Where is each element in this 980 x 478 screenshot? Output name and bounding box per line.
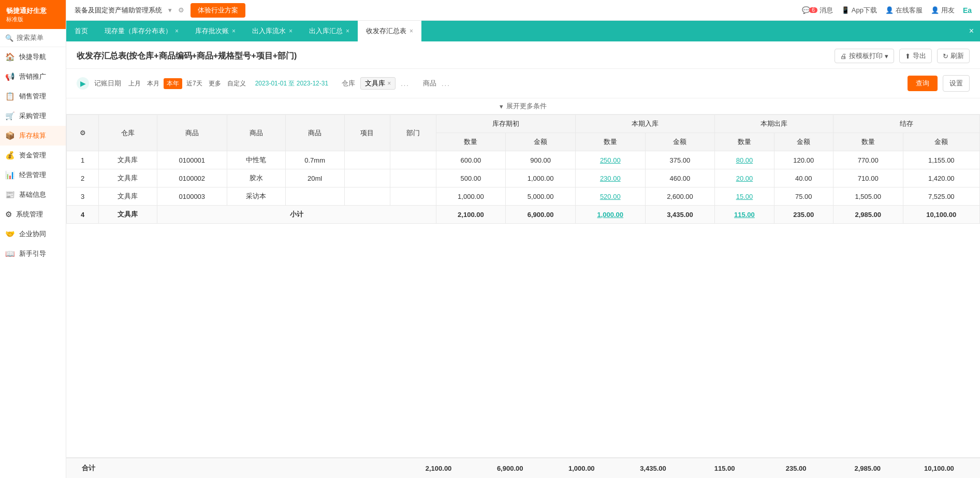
- refresh-label: 刷新: [950, 51, 964, 61]
- trial-button[interactable]: 体验行业方案: [191, 3, 245, 18]
- total-opening-qty: 2,100.00: [403, 465, 474, 472]
- row-closing-amt: 7,525.00: [903, 187, 979, 206]
- sidebar-item-inventory[interactable]: 📦 库存核算: [0, 126, 66, 146]
- warehouse-tag-close[interactable]: ×: [387, 80, 391, 87]
- date-prev-month-btn[interactable]: 上月: [126, 78, 143, 89]
- row-in-qty[interactable]: 250.00: [575, 151, 645, 169]
- row-in-qty[interactable]: 230.00: [575, 169, 645, 187]
- warehouse-tag: 文具库 ×: [360, 77, 396, 90]
- user-label: 用友: [941, 6, 955, 15]
- row-out-qty[interactable]: 20.00: [715, 169, 774, 187]
- sidebar-item-system[interactable]: ⚙ 系统管理: [0, 205, 66, 224]
- warehouse-more[interactable]: ...: [401, 80, 409, 88]
- user-group[interactable]: 👤 用友: [931, 6, 955, 15]
- print-button[interactable]: 🖨 按模板打印 ▾: [835, 49, 894, 63]
- service-icon: 👤: [885, 6, 894, 14]
- tab-close-icon[interactable]: ×: [409, 27, 413, 35]
- export-label: 导出: [913, 51, 926, 61]
- tab-close-icon[interactable]: ×: [346, 27, 349, 35]
- goods-more[interactable]: ...: [442, 80, 450, 88]
- expand-more-bar[interactable]: ▾ 展开更多条件: [66, 98, 980, 114]
- tab-in-out-flow[interactable]: 出入库流水 ×: [244, 21, 301, 41]
- tab-in-out-summary[interactable]: 出入库汇总 ×: [301, 21, 358, 41]
- date-custom-btn[interactable]: 自定义: [225, 78, 248, 89]
- subtotal-label: 小计: [157, 206, 436, 224]
- closing-group-header: 结存: [833, 115, 979, 133]
- data-table: ⚙ 仓库 商品 商品 商品 项目 部门 库存期初 本期入库 本期出库 结存 数量: [66, 114, 980, 224]
- sidebar-item-sales[interactable]: 📋 销售管理: [0, 86, 66, 106]
- print-icon: 🖨: [840, 52, 847, 60]
- sidebar-item-label: 基础信息: [19, 190, 46, 199]
- app-subtitle: 标准版: [6, 16, 60, 23]
- sidebar-item-enterprise[interactable]: 🤝 企业协同: [0, 224, 66, 244]
- messages-label: 消息: [820, 6, 833, 15]
- tab-close-icon[interactable]: ×: [175, 27, 179, 35]
- query-button[interactable]: 查询: [908, 76, 938, 91]
- tab-receive-summary[interactable]: 收发存汇总表 ×: [358, 21, 421, 41]
- opening-group-header: 库存期初: [436, 115, 575, 133]
- row-out-qty[interactable]: 15.00: [715, 187, 774, 206]
- dropdown-icon[interactable]: ▾: [168, 6, 172, 14]
- out-group-header: 本期出库: [715, 115, 833, 133]
- total-opening-amt: 6,900.00: [474, 465, 546, 472]
- row-closing-qty: 710.00: [833, 169, 903, 187]
- row-dept: [390, 169, 436, 187]
- tab-home[interactable]: 首页: [66, 21, 96, 41]
- purchase-icon: 🛒: [5, 111, 15, 121]
- subtotal-closing-amt: 10,100.00: [903, 206, 979, 224]
- date-this-month-btn[interactable]: 本月: [145, 78, 162, 89]
- messages-group[interactable]: 💬 6 消息: [802, 6, 833, 15]
- date-more-btn[interactable]: 更多: [207, 78, 223, 89]
- row-warehouse: 文具库: [99, 151, 157, 169]
- tab-bar-close[interactable]: ×: [963, 26, 980, 36]
- filter-expand-button[interactable]: ▶: [77, 77, 89, 90]
- filter-bar: ▶ 记账日期 上月 本月 本年 近7天 更多 自定义 2023-01-01 至 …: [66, 69, 980, 98]
- out-amt-header: 金额: [774, 133, 833, 151]
- app-download-group[interactable]: 📱 App下载: [841, 6, 877, 15]
- sidebar-item-purchase[interactable]: 🛒 采购管理: [0, 106, 66, 126]
- in-group-header: 本期入库: [575, 115, 714, 133]
- user-icon: 👤: [931, 6, 939, 14]
- row-spec: 0.7mm: [285, 151, 344, 169]
- sidebar-item-operations[interactable]: 📊 经营管理: [0, 165, 66, 185]
- system-icon: ⚙: [5, 210, 12, 219]
- in-amt-header: 金额: [645, 133, 715, 151]
- sidebar-item-label: 营销推广: [19, 72, 46, 81]
- date-7days-btn[interactable]: 近7天: [184, 78, 204, 89]
- tab-label: 出入库流水: [252, 26, 286, 36]
- sidebar-item-label: 新手引导: [19, 249, 46, 258]
- row-goods: 采访本: [227, 187, 285, 206]
- settings-filter-button[interactable]: 设置: [943, 75, 970, 92]
- tab-inventory-dist[interactable]: 现存量（库存分布表） ×: [96, 21, 187, 41]
- settings-col-header[interactable]: ⚙: [67, 115, 99, 151]
- sidebar-item-label: 企业协同: [19, 229, 46, 239]
- messages-badge: 6: [809, 7, 817, 13]
- sidebar-item-finance[interactable]: 💰 资金管理: [0, 146, 66, 165]
- sidebar-item-quick-nav[interactable]: 🏠 快捷导航: [0, 47, 66, 67]
- gear-settings-icon[interactable]: ⚙: [178, 6, 184, 14]
- closing-amt-header: 金额: [903, 133, 979, 151]
- subtotal-out-qty[interactable]: 115.00: [715, 206, 774, 224]
- sidebar-item-search[interactable]: 🔍 搜索菜单: [0, 29, 66, 47]
- row-out-qty[interactable]: 80.00: [715, 151, 774, 169]
- tab-batch-ledger[interactable]: 库存批次账 ×: [187, 21, 244, 41]
- row-in-qty[interactable]: 520.00: [575, 187, 645, 206]
- download-icon: 📱: [841, 6, 850, 14]
- tab-close-icon[interactable]: ×: [232, 27, 236, 35]
- row-project: [344, 169, 390, 187]
- settings-icon: ⚙: [80, 129, 86, 137]
- date-this-year-btn[interactable]: 本年: [164, 78, 182, 89]
- online-service-group[interactable]: 👤 在线客服: [885, 6, 923, 15]
- sidebar-item-marketing[interactable]: 📢 营销推广: [0, 67, 66, 86]
- refresh-button[interactable]: ↻ 刷新: [937, 49, 970, 63]
- top-header-right: 💬 6 消息 📱 App下载 👤 在线客服 👤 用友 Ea: [802, 6, 972, 15]
- subtotal-in-qty[interactable]: 1,000.00: [575, 206, 645, 224]
- sidebar-item-basic[interactable]: 📰 基础信息: [0, 185, 66, 205]
- subtotal-out-amt: 235.00: [774, 206, 833, 224]
- total-in-qty: 1,000.00: [546, 465, 617, 472]
- row-in-amt: 375.00: [645, 151, 715, 169]
- sidebar-item-guide[interactable]: 📖 新手引导: [0, 244, 66, 264]
- page-title: 收发存汇总表(按仓库+商品编码+商品+规格型号+项目+部门): [77, 51, 297, 62]
- tab-close-icon[interactable]: ×: [289, 27, 292, 35]
- export-button[interactable]: ⬆ 导出: [899, 49, 932, 63]
